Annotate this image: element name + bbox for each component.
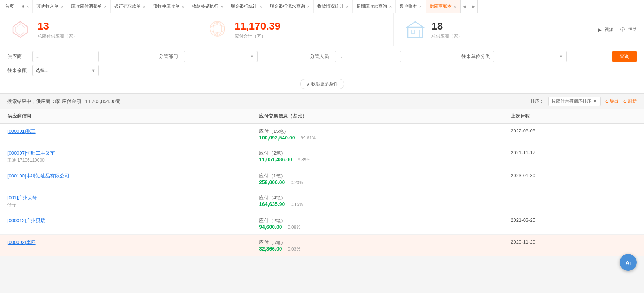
nav-tab-collection-exec-label: 收款核销执行 [192,3,218,10]
total-suppliers-number: 18 [431,20,462,32]
payable-label-000002: 应付（5笔） [259,239,511,246]
payable-label-000007: 应付（2笔） [259,150,511,156]
close-other-income[interactable]: × [61,4,63,9]
help-link[interactable]: 帮助 [628,27,637,33]
supplier-link-000100[interactable]: [000100]本特勤油品有限公司 [7,173,259,179]
dept-label: 分管部门 [159,53,181,60]
nav-tab-overdue-ar[interactable]: 超期应收款查询 × [353,0,396,13]
payable-info-000012: 应付（2笔） 94,600.00 0.08% [259,217,511,230]
top-links: ▶ 视频 | ⓘ 帮助 [591,13,644,46]
stat-ap-suppliers-content: 13 总应付供应商（家） [38,20,77,39]
supplier-link-000007[interactable]: [000007]恒旺二手叉车 [7,150,259,156]
close-bank-deposit[interactable]: × [143,4,145,9]
nav-tab-customer-ledger[interactable]: 客户账本 × [396,0,426,13]
nav-prev-arrow[interactable]: ◀ [460,0,469,13]
payable-percent-000100: 0.23% [291,180,303,185]
nav-tab-collection-stat-label: 收款情况统计 [317,3,344,10]
balance-label: 往来余额 [7,67,29,74]
svg-rect-12 [412,30,414,34]
table-header: 供应商信息 应付交易信息（占比） 上次付数 [0,109,644,124]
nav-tab-supplier-ledger[interactable]: 供应商账本 × [426,0,460,13]
nav-tab-other-income-label: 其他收入单 [36,3,59,10]
supplier-field: 供应商 [7,51,151,62]
search-button[interactable]: 查询 [612,51,637,62]
svg-marker-1 [15,24,25,35]
video-icon: ▶ [598,27,602,32]
close-customer-ledger[interactable]: × [419,4,421,9]
nav-tab-ar-ap-adjust[interactable]: 应收应付调整单 × [67,0,111,13]
payable-amount-001: 164,635.90 [259,201,285,207]
last-payment-000001: 2022-08-08 [511,128,637,134]
close-tab-3[interactable]: × [27,4,29,9]
close-cash-bank-stat[interactable]: × [259,4,262,9]
last-payment-000012: 2021-03-25 [511,217,637,223]
nav-tab-3[interactable]: 3 × [18,0,33,13]
nav-tab-cash-flow-query[interactable]: 现金银行流水查询 × [266,0,314,13]
nav-tab-collection-stat[interactable]: 收款情况统计 × [314,0,352,13]
payable-label-000012: 应付（2笔） [259,217,511,224]
nav-tab-cash-flow-query-label: 现金银行流水查询 [270,3,305,10]
payable-label-000001: 应付（15笔） [259,128,511,135]
nav-tab-other-income[interactable]: 其他收入单 × [33,0,67,13]
refresh-button[interactable]: ↻ 刷新 [623,98,637,104]
supplier-link-000001[interactable]: [000001]张三 [7,128,259,135]
supplier-sub-000007: 王通 17106110000 [7,157,259,163]
close-collection-exec[interactable]: × [221,4,223,9]
payable-info-000002: 应付（5笔） 32,366.00 0.03% [259,239,511,252]
nav-tab-bank-deposit[interactable]: 银行存取款单 × [111,0,149,13]
payable-label-000100: 应付（1笔） [259,173,511,179]
dept-select[interactable]: ▼ [184,51,258,62]
balance-select-value: 选择... [36,68,48,74]
supplier-link-000002[interactable]: [000002]李四 [7,239,259,246]
help-icon: ⓘ [620,27,625,33]
collapse-button[interactable]: ∧ 收起更多条件 [300,79,344,89]
svg-point-7 [210,25,225,32]
sort-select[interactable]: 按应付余额倒序排序 ▼ [548,97,601,106]
refresh-label: 刷新 [628,98,637,104]
supplier-link-001[interactable]: [001]广州荣轩 [7,194,259,201]
table-area: 供应商信息 应付交易信息（占比） 上次付数 [000001]张三 应付（15笔）… [0,109,644,256]
unit-category-select[interactable]: ▼ [493,51,567,62]
nav-tab-cash-bank-stat[interactable]: 现金银行统计 × [227,0,266,13]
svg-point-8 [216,23,218,25]
payable-amount-000012: 94,600.00 [259,224,282,230]
close-cash-flow-query[interactable]: × [307,4,309,9]
header-last-payment: 上次付数 [511,113,637,120]
sort-label: 排序： [531,98,544,104]
close-pre-collection[interactable]: × [182,4,184,9]
ap-amount-label: 应付合计（万） [235,33,281,39]
unit-category-chevron-down-icon: ▼ [559,54,563,59]
ap-suppliers-number: 13 [38,20,77,32]
close-collection-stat[interactable]: × [346,4,348,9]
supplier-info-001: [001]广州荣轩 仔仔 [7,194,259,208]
nav-tab-cash-bank-stat-label: 现金银行统计 [231,3,257,10]
supplier-info-000001: [000001]张三 [7,128,259,135]
search-row-2: 往来余额 选择... ▼ [7,65,637,76]
close-overdue-ar[interactable]: × [389,4,392,9]
nav-tab-home[interactable]: 首页 [1,0,18,13]
nav-tab-collection-exec[interactable]: 收款核销执行 × [188,0,227,13]
close-supplier-ledger[interactable]: × [454,4,456,9]
result-info-text: 搜索结果中，供应商13家 应付金额 111,703,854.00元 [7,98,120,105]
supplier-input[interactable] [32,51,99,62]
video-link[interactable]: 视频 [605,27,613,33]
supplier-info-000002: [000002]李四 [7,239,259,246]
table-row: [000100]本特勤油品有限公司 应付（1笔） 258,000.00 0.23… [0,168,644,190]
close-ar-ap-adjust[interactable]: × [104,4,106,9]
nav-tab-customer-ledger-label: 客户账本 [399,3,417,10]
balance-chevron-down-icon: ▼ [91,68,95,73]
supplier-link-000012[interactable]: [000012]广州贝瑞 [7,217,259,224]
nav-tab-supplier-ledger-label: 供应商账本 [430,3,452,10]
sort-chevron-down-icon: ▼ [593,99,597,104]
result-bar: 搜索结果中，供应商13家 应付金额 111,703,854.00元 排序： 按应… [0,94,644,109]
manager-input[interactable] [335,51,401,62]
nav-next-arrow[interactable]: ▶ [469,0,478,13]
balance-select[interactable]: 选择... ▼ [32,65,99,76]
collapse-up-icon: ∧ [307,82,310,87]
ap-suppliers-label: 总应付供应商（家） [38,33,77,39]
table-row: [000002]李四 应付（5笔） 32,366.00 0.03% 2020-1… [0,235,644,256]
nav-tab-pre-collection[interactable]: 预收冲应收单 × [149,0,188,13]
payable-info-001: 应付（4笔） 164,635.90 0.15% [259,194,511,207]
export-button[interactable]: ↻ 导出 [605,98,619,104]
header-supplier-info: 供应商信息 [7,113,259,120]
